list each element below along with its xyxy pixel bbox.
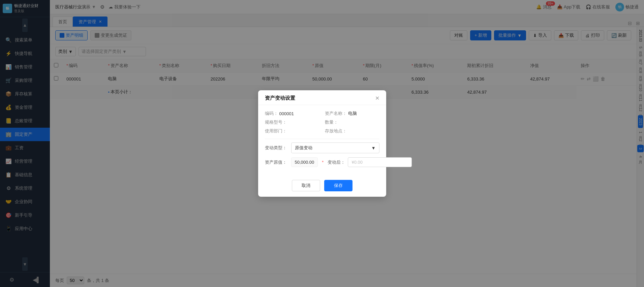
after-label: 变动后： [328, 159, 345, 165]
modal-overlay: 资产变动设置 ✕ 编码： 000001 资产名称： 电脑 规格型号： 数 [0, 0, 644, 287]
dialog-spec-label: 规格型号： [265, 119, 287, 125]
dialog-code-row: 编码： 000001 [265, 110, 319, 117]
dialog-spec-row: 规格型号： [265, 119, 319, 125]
after-value-input[interactable] [348, 157, 412, 167]
dialog-quantity-label: 数量： [325, 119, 338, 125]
dialog-name-value: 电脑 [348, 110, 357, 117]
dialog-name-label: 资产名称： [325, 110, 347, 117]
cancel-button[interactable]: 取消 [292, 180, 320, 191]
dialog-header: 资产变动设置 ✕ [258, 90, 386, 105]
dialog-code-label: 编码： [265, 110, 278, 117]
dialog-close-btn[interactable]: ✕ [375, 95, 379, 101]
original-value-label: 资产原值： [265, 159, 288, 165]
dialog-title: 资产变动设置 [265, 95, 295, 101]
dialog-dept-row: 使用部门： [265, 128, 319, 134]
dialog-body: 编码： 000001 资产名称： 电脑 规格型号： 数量： 使用部门： [258, 105, 386, 177]
dialog-code-value: 000001 [279, 111, 294, 116]
save-button[interactable]: 保存 [324, 180, 352, 191]
change-type-select[interactable]: 原值变动 ▼ [291, 142, 379, 153]
change-type-dropdown-icon: ▼ [371, 146, 376, 151]
dialog-location-label: 存放地点： [325, 128, 347, 134]
change-type-row: 变动类型： 原值变动 ▼ [265, 142, 379, 153]
dialog-name-row: 资产名称： 电脑 [325, 110, 379, 117]
dialog-divider [265, 139, 379, 139]
dialog-location-row: 存放地点： [325, 128, 379, 134]
required-star-after: * [322, 160, 324, 165]
dialog-footer: 取消 保存 [258, 177, 386, 197]
dialog-dept-label: 使用部门： [265, 128, 287, 134]
change-type-label: 变动类型： [265, 145, 288, 151]
dialog-info-grid: 编码： 000001 资产名称： 电脑 规格型号： 数量： 使用部门： [265, 110, 379, 134]
dialog-quantity-row: 数量： [325, 119, 379, 125]
original-value-display: 50,000.00 [291, 157, 318, 167]
asset-change-dialog: 资产变动设置 ✕ 编码： 000001 资产名称： 电脑 规格型号： 数 [258, 90, 386, 197]
value-row: 资产原值： 50,000.00 * 变动后： [265, 157, 379, 167]
change-type-value: 原值变动 [295, 145, 312, 151]
